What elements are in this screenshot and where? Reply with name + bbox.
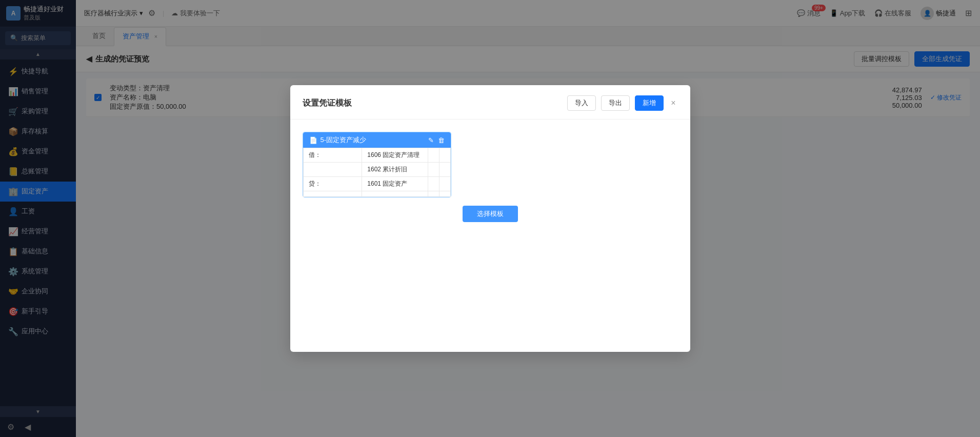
entry-col2 (439, 148, 450, 163)
modal-overlay: 设置凭证模板 导入 导出 新增 × 📄 5-固定资产减少 ✎ 🗑 (0, 0, 980, 437)
entry-code: 1606 固定资产清理 (362, 148, 428, 163)
select-template-button[interactable]: 选择模板 (463, 206, 518, 222)
template-card-header: 📄 5-固定资产减少 ✎ 🗑 (303, 132, 451, 148)
entry-side: 借： (303, 148, 362, 163)
modal-body: 📄 5-固定资产减少 ✎ 🗑 借： 1606 固定资产清理 (290, 120, 690, 352)
entry-code: 1602 累计折旧 (362, 163, 428, 177)
entry-col1 (428, 177, 439, 191)
template-card: 📄 5-固定资产减少 ✎ 🗑 借： 1606 固定资产清理 (303, 132, 451, 197)
template-card-actions: ✎ 🗑 (428, 136, 445, 144)
entry-side (303, 191, 362, 197)
export-button[interactable]: 导出 (601, 95, 630, 111)
template-row: 1602 累计折旧 (303, 163, 450, 177)
template-row (303, 191, 450, 197)
new-template-button[interactable]: 新增 (635, 95, 664, 111)
import-button[interactable]: 导入 (567, 95, 596, 111)
entry-code: 1601 固定资产 (362, 177, 428, 191)
modal-set-template: 设置凭证模板 导入 导出 新增 × 📄 5-固定资产减少 ✎ 🗑 (290, 85, 690, 352)
modal-header-actions: 导入 导出 新增 × (567, 95, 677, 111)
template-row: 贷： 1601 固定资产 (303, 177, 450, 191)
template-doc-icon: 📄 (309, 136, 317, 144)
modal-header: 设置凭证模板 导入 导出 新增 × (290, 85, 690, 120)
entry-col2 (439, 177, 450, 191)
entry-col1 (428, 191, 439, 197)
entry-side: 贷： (303, 177, 362, 191)
template-row: 借： 1606 固定资产清理 (303, 148, 450, 163)
template-name: 5-固定资产减少 (321, 135, 367, 145)
entry-code (362, 191, 428, 197)
template-card-title-area: 📄 5-固定资产减少 (309, 135, 367, 145)
modal-close-button[interactable]: × (669, 98, 677, 108)
template-card-body: 借： 1606 固定资产清理 1602 累计折旧 贷： 1601 固定资产 (303, 148, 451, 197)
template-entries-table: 借： 1606 固定资产清理 1602 累计折旧 贷： 1601 固定资产 (303, 148, 451, 197)
entry-col2 (439, 163, 450, 177)
entry-side (303, 163, 362, 177)
edit-template-icon[interactable]: ✎ (428, 136, 434, 144)
entry-col2 (439, 191, 450, 197)
entry-col1 (428, 148, 439, 163)
entry-col1 (428, 163, 439, 177)
modal-title: 设置凭证模板 (303, 98, 352, 109)
delete-template-icon[interactable]: 🗑 (438, 136, 445, 144)
